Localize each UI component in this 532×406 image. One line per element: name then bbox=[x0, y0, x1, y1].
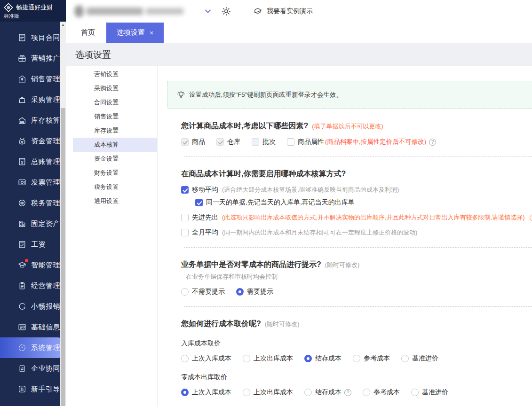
checkbox[interactable] bbox=[216, 138, 224, 146]
sidebar-item-sales[interactable]: 销售管理 bbox=[0, 69, 60, 89]
radio-button[interactable] bbox=[181, 355, 189, 362]
subnav-item-4[interactable]: 库存设置 bbox=[73, 124, 157, 138]
scrollbar-thumb[interactable] bbox=[61, 108, 65, 406]
sidebar-item-label: 营销推广 bbox=[31, 54, 60, 63]
section-title: 在商品成本计算时,你需要启用哪种成本核算方式? bbox=[181, 169, 532, 179]
section-divider bbox=[184, 156, 532, 157]
sidebar-item-invoice[interactable]: 发票管理 bbox=[0, 172, 60, 193]
sidebar-item-tax[interactable]: 税务管理 bbox=[0, 193, 60, 213]
top-bar: 我要看实例演示 bbox=[66, 0, 532, 23]
sidebar-item-project-contract[interactable]: 项目合同 bbox=[0, 27, 60, 48]
option-row: 全月平均(同一期间内的出库成本和月末结存相同,可在一定程度上修正价格的波动) bbox=[181, 228, 532, 237]
radio-button[interactable] bbox=[181, 389, 189, 396]
lightbulb-icon bbox=[177, 91, 185, 99]
sidebar-item-funds[interactable]: 资金管理 bbox=[0, 131, 60, 151]
radio-option[interactable]: 上次出库成本 bbox=[243, 388, 293, 397]
subnav-item-8[interactable]: 税务设置 bbox=[73, 180, 157, 194]
sidebar-item-label: 经营管理 bbox=[31, 281, 60, 290]
checkbox[interactable] bbox=[195, 199, 203, 206]
section-subtext: 在业务单据保存和审核时均会控制 bbox=[186, 273, 532, 281]
redacted-company-name bbox=[74, 5, 183, 17]
sidebar-item-label: 项目合同 bbox=[31, 33, 60, 42]
radio-option[interactable]: 基准进价 bbox=[411, 388, 448, 397]
radio-button[interactable] bbox=[353, 355, 360, 362]
tab-home[interactable]: 首页 bbox=[70, 23, 106, 43]
radio-option[interactable]: 基准进价 bbox=[401, 354, 438, 363]
sidebar-item-newbie-guide[interactable]: 新新手引导 bbox=[0, 379, 60, 399]
checkbox[interactable] bbox=[181, 186, 189, 194]
radio-button[interactable] bbox=[304, 355, 312, 362]
tab-close-icon[interactable]: × bbox=[150, 30, 153, 36]
radio-button[interactable] bbox=[236, 288, 244, 296]
general-ledger-icon bbox=[18, 157, 26, 166]
section-title: 您计算商品成本时,考虑以下哪些因素?(填了单据以后不可以更改) bbox=[181, 121, 532, 131]
chevron-down-icon[interactable] bbox=[204, 8, 212, 15]
checkbox[interactable] bbox=[287, 138, 294, 146]
radio-button[interactable] bbox=[304, 389, 312, 396]
company-select[interactable] bbox=[74, 3, 200, 19]
option-label: 基准进价 bbox=[412, 354, 438, 363]
radio-option[interactable]: 结存成本? bbox=[304, 388, 351, 397]
sidebar-item-salary[interactable]: 工资 bbox=[0, 234, 60, 255]
scrollbar-up-arrow-icon[interactable]: ▲ bbox=[60, 22, 66, 28]
checkbox-option[interactable]: 商品 bbox=[181, 138, 205, 146]
checkbox-option[interactable]: 批次 bbox=[252, 138, 276, 146]
radio-option[interactable]: 需要提示 bbox=[236, 288, 273, 296]
subnav-item-3[interactable]: 销售设置 bbox=[73, 109, 157, 124]
radio-option[interactable]: 不需要提示 bbox=[181, 288, 225, 296]
subnav-item-9[interactable]: 通用设置 bbox=[73, 194, 157, 208]
checkbox[interactable] bbox=[181, 214, 189, 221]
option-row: 同一天的单据,先记当天的入库单,再记当天的出库单 bbox=[195, 198, 532, 207]
subnav-item-7[interactable]: 财务设置 bbox=[73, 166, 157, 180]
demo-link[interactable]: 我要看实例演示 bbox=[253, 7, 313, 16]
radio-button[interactable] bbox=[401, 355, 409, 362]
radio-option[interactable]: 上次入库成本 bbox=[181, 388, 231, 397]
option-label: 结存成本 bbox=[315, 388, 341, 397]
checkbox-option[interactable]: 仓库 bbox=[216, 138, 240, 146]
radio-option[interactable]: 上次出库成本 bbox=[243, 354, 293, 363]
subnav-item-5[interactable]: 成本核算 bbox=[73, 138, 157, 152]
checkbox[interactable] bbox=[181, 229, 189, 236]
radio-button[interactable] bbox=[411, 389, 419, 396]
sidebar-scrollbar[interactable]: ▲ bbox=[60, 22, 66, 406]
subnav-item-0[interactable]: 营销设置 bbox=[73, 67, 157, 81]
sidebar-item-purchase[interactable]: 采购管理 bbox=[0, 89, 60, 110]
sidebar-item-fixed-assets[interactable]: 固定资产 bbox=[0, 213, 60, 234]
radio-button[interactable] bbox=[243, 355, 250, 362]
subnav-item-1[interactable]: 采购设置 bbox=[73, 81, 157, 95]
option-label: 基准进价 bbox=[422, 388, 448, 397]
sidebar-item-general-ledger[interactable]: 总账管理 bbox=[0, 151, 60, 172]
sidebar-item-basic-info[interactable]: 基础信息 bbox=[0, 317, 60, 337]
radio-option[interactable]: 上次入库成本 bbox=[181, 354, 231, 363]
help-icon[interactable]: ? bbox=[429, 139, 436, 146]
radio-button[interactable] bbox=[363, 389, 370, 396]
sidebar-item-operation[interactable]: 经营管理 bbox=[0, 275, 60, 296]
checkbox-option[interactable]: 商品属性(商品档案中,按属性定价后不可修改)? bbox=[287, 138, 436, 146]
sidebar-item-inventory[interactable]: 库存核算 bbox=[0, 110, 60, 131]
radio-button[interactable] bbox=[243, 389, 250, 396]
sidebar-item-expense[interactable]: 小畅报销 bbox=[0, 296, 60, 317]
radio-option[interactable]: 参考成本 bbox=[353, 354, 390, 363]
help-icon[interactable]: ? bbox=[530, 214, 532, 221]
radio-button[interactable] bbox=[181, 288, 189, 296]
settings-section-3: 您如何进行成本取价呢?(随时可修改)入库成本取价上次入库成本上次出库成本结存成本… bbox=[181, 319, 532, 397]
sidebar: 畅捷通好业财 标准版 项目合同营销推广销售管理采购管理库存核算资金管理总账管理发… bbox=[0, 0, 66, 406]
tax-icon bbox=[18, 199, 26, 207]
gear-icon[interactable] bbox=[221, 6, 231, 16]
option-label: 结存成本 bbox=[315, 354, 341, 363]
marketing-icon bbox=[18, 54, 26, 62]
sidebar-item-collaboration[interactable]: 企业协同 bbox=[0, 358, 60, 379]
checkbox[interactable] bbox=[181, 138, 189, 146]
subnav-item-2[interactable]: 合同设置 bbox=[73, 95, 157, 109]
sidebar-item-smart[interactable]: 智能管理 bbox=[0, 255, 60, 275]
sidebar-item-marketing[interactable]: 营销推广 bbox=[0, 48, 60, 69]
sidebar-item-system[interactable]: 系统管理 bbox=[0, 337, 60, 358]
help-icon[interactable]: ? bbox=[344, 389, 351, 396]
tab-options-settings[interactable]: 选项设置 × bbox=[106, 23, 164, 43]
subnav-item-6[interactable]: 资金设置 bbox=[73, 152, 157, 166]
checkbox[interactable] bbox=[252, 138, 259, 146]
radio-option[interactable]: 参考成本 bbox=[363, 388, 400, 397]
tab-options-label: 选项设置 bbox=[117, 28, 145, 37]
radio-option[interactable]: 结存成本 bbox=[304, 354, 341, 363]
operation-icon bbox=[18, 281, 26, 290]
